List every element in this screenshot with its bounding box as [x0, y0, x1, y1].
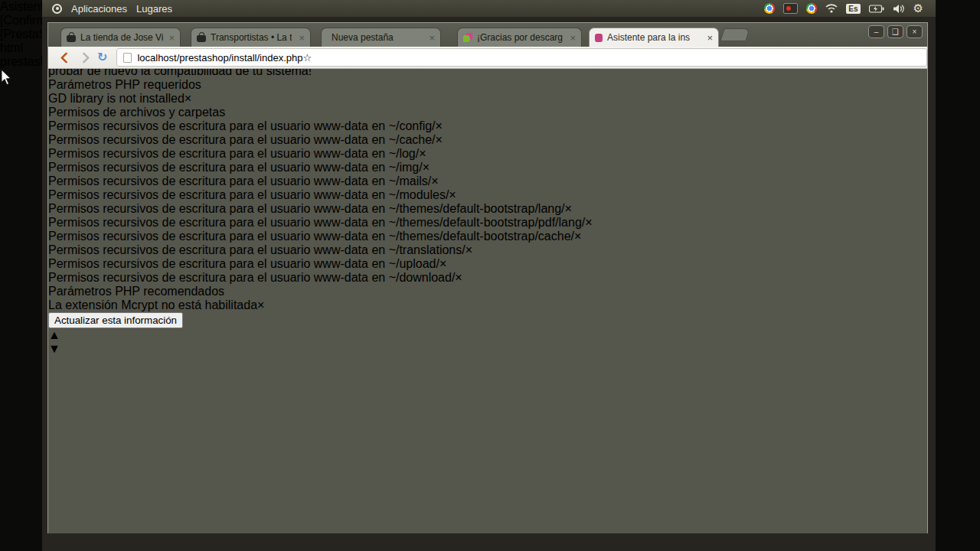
forward-button-icon[interactable]	[78, 51, 90, 64]
browser-tab[interactable]: Nueva pestaña×	[321, 28, 441, 47]
error-x-icon: ×	[449, 188, 456, 201]
volume-icon[interactable]	[893, 4, 905, 14]
requirement-row: Permisos recursivos de escritura para el…	[48, 257, 927, 271]
requirements-section: Parámetros PHP recomendadosLa extensión …	[48, 285, 927, 312]
back-button-icon[interactable]	[60, 51, 73, 64]
scroll-up-icon[interactable]: ▲	[48, 328, 60, 341]
requirement-text: Permisos recursivos de escritura para el…	[48, 161, 423, 174]
requirement-text: Permisos recursivos de escritura para el…	[48, 202, 565, 215]
browser-toolbar: ↻ localhost /prestashop/install/index.ph…	[48, 47, 927, 69]
requirement-text: Permisos recursivos de escritura para el…	[48, 119, 436, 132]
ubuntu-top-panel: Aplicaciones Lugares Es ⚙	[42, 0, 936, 17]
requirement-text: Permisos recursivos de escritura para el…	[48, 133, 436, 146]
requirement-text: Permisos recursivos de escritura para el…	[48, 188, 449, 201]
battery-icon[interactable]	[869, 5, 884, 13]
keyboard-layout-indicator[interactable]: Es	[846, 4, 860, 14]
browser-tab[interactable]: Asistente para la ins×	[589, 28, 719, 47]
tab-title: Transportistas • La t	[211, 32, 292, 43]
prestashop-download-favicon-icon	[463, 33, 472, 42]
tab-close-icon[interactable]: ×	[424, 32, 435, 44]
places-menu[interactable]: Lugares	[136, 3, 172, 15]
bookmark-star-icon[interactable]: ☆	[303, 52, 312, 64]
requirement-row: Permisos recursivos de escritura para el…	[48, 216, 927, 230]
tab-close-icon[interactable]: ×	[565, 32, 576, 44]
requirement-text: Permisos recursivos de escritura para el…	[48, 174, 431, 187]
requirement-row: Permisos recursivos de escritura para el…	[48, 174, 927, 188]
requirement-text: Permisos recursivos de escritura para el…	[48, 216, 585, 229]
page-scrollbar[interactable]: ▲ ▼	[48, 328, 927, 356]
tab-close-icon[interactable]: ×	[294, 32, 305, 44]
requirement-text: La extensión Mcrypt no está habilitada	[48, 298, 257, 311]
reload-button-icon[interactable]: ↻	[97, 51, 107, 64]
error-x-icon: ×	[419, 147, 426, 160]
error-x-icon: ×	[431, 174, 438, 187]
chrome-tray-icon[interactable]	[764, 3, 775, 14]
address-bar[interactable]: localhost /prestashop/install/index.php …	[116, 48, 927, 67]
system-tray: Es ⚙	[764, 3, 923, 15]
prestashop-install-favicon-icon	[595, 34, 603, 42]
error-x-icon: ×	[436, 119, 443, 132]
new-tab-button[interactable]	[720, 28, 750, 41]
error-x-icon: ×	[455, 271, 462, 284]
refresh-info-button[interactable]: Actualizar esta información	[48, 312, 183, 328]
chrome-tray-icon[interactable]	[806, 3, 817, 14]
requirement-text: Permisos recursivos de escritura para el…	[48, 271, 455, 284]
section-header: Parámetros PHP recomendados	[48, 285, 927, 298]
requirement-row: Permisos recursivos de escritura para el…	[48, 202, 927, 216]
window-controls: –❑×	[868, 25, 923, 38]
error-x-icon: ×	[423, 161, 430, 174]
error-x-icon: ×	[565, 202, 572, 215]
requirement-row: Permisos recursivos de escritura para el…	[48, 230, 927, 243]
shopping-bag-favicon-icon	[67, 35, 76, 42]
requirement-text: Permisos recursivos de escritura para el…	[48, 257, 439, 270]
tab-title: Asistente para la ins	[607, 32, 690, 43]
page-icon	[123, 53, 132, 63]
tab-title: La tienda de Jose Vi	[80, 32, 164, 43]
ubuntu-logo-icon	[52, 4, 62, 14]
url-host: localhost	[137, 52, 176, 64]
error-x-icon: ×	[466, 243, 472, 256]
error-x-icon: ×	[439, 257, 446, 270]
maximize-button[interactable]: ❑	[887, 25, 903, 38]
scroll-down-icon[interactable]: ▼	[48, 342, 60, 355]
tab-close-icon[interactable]: ×	[702, 32, 713, 44]
minimize-button[interactable]: –	[868, 25, 884, 38]
requirement-text: GD library is not installed	[48, 92, 185, 105]
error-x-icon: ×	[257, 298, 264, 311]
tab-title: Nueva pestaña	[332, 32, 394, 43]
browser-window: La tienda de Jose Vi×Transportistas • La…	[47, 22, 928, 533]
tab-strip: La tienda de Jose Vi×Transportistas • La…	[48, 23, 927, 47]
error-x-icon: ×	[185, 92, 191, 105]
url-path: /prestashop/install/index.php	[177, 52, 303, 64]
requirement-row: Permisos recursivos de escritura para el…	[48, 133, 927, 147]
requirement-text: Permisos recursivos de escritura para el…	[48, 230, 574, 243]
requirements-panel: probar de nuevo la compatibilidad de tu …	[48, 64, 927, 328]
taskbar-item-label: html	[0, 41, 23, 54]
browser-tab[interactable]: La tienda de Jose Vi×	[60, 28, 181, 47]
error-x-icon: ×	[585, 216, 592, 229]
requirement-row: Permisos recursivos de escritura para el…	[48, 271, 927, 285]
requirement-row: Permisos recursivos de escritura para el…	[48, 119, 927, 133]
applications-menu[interactable]: Aplicaciones	[71, 3, 127, 15]
section-header: Permisos de archivos y carpetas	[48, 106, 927, 119]
requirements-section: Permisos de archivos y carpetasPermisos …	[48, 106, 927, 285]
tab-close-icon[interactable]: ×	[164, 32, 175, 44]
tab-title: ¡Gracias por descarg	[477, 32, 563, 43]
requirement-row: GD library is not installed×	[48, 92, 927, 106]
close-button[interactable]: ×	[906, 25, 923, 38]
requirement-row: La extensión Mcrypt no está habilitada×	[48, 298, 927, 312]
section-header: Parámetros PHP requeridos	[48, 78, 927, 92]
requirement-row: Permisos recursivos de escritura para el…	[48, 161, 927, 174]
shopping-bag-favicon-icon	[197, 35, 206, 42]
requirement-row: Permisos recursivos de escritura para el…	[48, 147, 927, 161]
browser-tab[interactable]: ¡Gracias por descarg×	[457, 28, 582, 47]
requirement-text: Permisos recursivos de escritura para el…	[48, 243, 466, 256]
settings-gear-icon[interactable]: ⚙	[913, 3, 923, 15]
requirement-row: Permisos recursivos de escritura para el…	[48, 243, 927, 257]
browser-tab[interactable]: Transportistas • La t×	[191, 28, 311, 47]
wifi-icon[interactable]	[825, 4, 838, 13]
screen-recorder-icon[interactable]	[783, 3, 798, 14]
error-x-icon: ×	[574, 230, 581, 243]
requirements-section: Parámetros PHP requeridosGD library is n…	[48, 78, 927, 106]
requirement-row: Permisos recursivos de escritura para el…	[48, 188, 927, 202]
